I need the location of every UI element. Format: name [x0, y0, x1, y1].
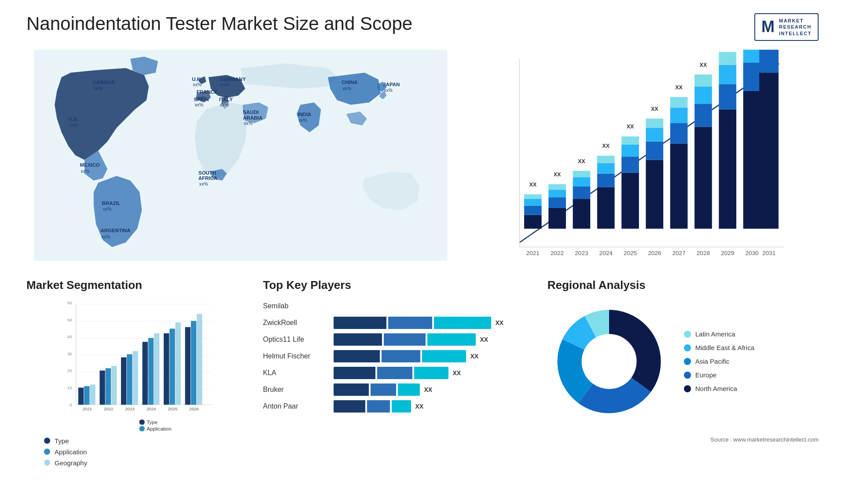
svg-rect-109 [111, 366, 117, 405]
svg-rect-103 [78, 387, 84, 405]
player-optics11: Optics11 Life XX [263, 333, 534, 346]
svg-text:2022: 2022 [104, 406, 114, 411]
legend-north-america: North America [684, 385, 754, 392]
page-container: Nanoindentation Tester Market Size and S… [0, 0, 845, 504]
svg-text:xx%: xx% [298, 118, 307, 123]
svg-rect-25 [524, 194, 541, 199]
logo-text: MARKET RESEARCH INTELLECT [779, 18, 812, 37]
svg-text:XX: XX [578, 158, 585, 164]
svg-text:xx%: xx% [244, 121, 253, 126]
svg-text:XX: XX [553, 172, 561, 178]
segmentation-section: Market Segmentation 0 10 20 30 40 50 60 [26, 278, 250, 504]
growth-chart-container: XX XX XX [468, 50, 819, 261]
regional-section: Regional Analysis [547, 278, 819, 504]
donut-chart-svg [547, 300, 671, 423]
legend-asia-pacific: Asia Pacific [684, 358, 754, 365]
svg-rect-59 [694, 86, 712, 104]
svg-text:50: 50 [67, 317, 72, 322]
svg-rect-65 [719, 52, 736, 65]
player-val-bruker: XX [424, 386, 433, 393]
player-name-semilab: Semilab [263, 302, 329, 310]
legend-dot-europe [684, 372, 691, 379]
bar-2025: XX [621, 124, 639, 228]
svg-text:AFRICA: AFRICA [198, 175, 217, 181]
svg-rect-68 [743, 62, 760, 91]
svg-rect-44 [621, 145, 639, 157]
key-players-section: Top Key Players Semilab ZwickRoell XX Op… [263, 278, 534, 504]
svg-rect-107 [99, 370, 105, 405]
svg-text:xx%: xx% [103, 207, 112, 212]
player-bruker: Bruker XX [263, 383, 534, 396]
bar-2024: XX [597, 143, 614, 229]
legend-application-label: Application [55, 448, 87, 456]
svg-rect-63 [719, 84, 736, 109]
svg-rect-50 [646, 118, 663, 128]
player-name-optics11: Optics11 Life [263, 336, 329, 343]
segmentation-chart: 0 10 20 30 40 50 60 2021 [26, 300, 250, 432]
bar-2028: XX [694, 62, 712, 228]
legend-type-label: Type [55, 437, 69, 445]
svg-rect-105 [90, 384, 95, 405]
svg-rect-32 [573, 199, 590, 229]
player-semilab: Semilab [263, 300, 534, 312]
bar-2021: XX [524, 182, 541, 229]
source-text: Source : www.marketresearchintellect.com [547, 436, 819, 443]
svg-text:2021: 2021 [526, 250, 539, 256]
svg-rect-37 [597, 187, 614, 229]
player-val-zwickroell: XX [496, 319, 504, 326]
svg-rect-112 [127, 354, 132, 405]
bar-2031: XX [759, 50, 779, 229]
legend-geography: Geography [44, 459, 250, 467]
svg-rect-67 [743, 91, 760, 229]
world-map-svg: CANADA xx% U.S. xx% MEXICO xx% BRAZIL xx… [26, 50, 455, 261]
japan-label: JAPAN [383, 82, 400, 87]
svg-rect-22 [524, 215, 541, 229]
svg-text:xx%: xx% [193, 82, 202, 87]
svg-text:0: 0 [70, 402, 72, 407]
svg-text:XX: XX [529, 182, 536, 188]
svg-rect-27 [548, 208, 566, 229]
legend-dot-mea [684, 344, 691, 351]
legend-label-north-america: North America [695, 385, 737, 392]
legend-label-latin-america: Latin America [695, 330, 735, 338]
player-antonpaar: Anton Paar XX [263, 400, 534, 413]
svg-text:xx%: xx% [102, 234, 110, 239]
legend-type: Type [44, 437, 250, 445]
page-title: Nanoindentation Tester Market Size and S… [26, 13, 412, 34]
svg-rect-123 [185, 327, 191, 405]
svg-text:2023: 2023 [125, 406, 135, 411]
player-helmut: Helmut Fischer XX [263, 350, 534, 362]
bar-2022: XX [548, 172, 566, 229]
svg-text:ARABIA: ARABIA [243, 115, 263, 120]
player-kla: KLA XX [263, 367, 534, 379]
spain-label: SPAIN [194, 97, 209, 102]
svg-text:30: 30 [67, 351, 72, 356]
svg-rect-116 [148, 338, 154, 405]
bar-2027: XX [670, 84, 687, 229]
svg-text:xx%: xx% [195, 102, 203, 107]
svg-text:2029: 2029 [721, 250, 734, 256]
player-name-helmut: Helmut Fischer [263, 352, 329, 360]
application-dot [44, 449, 50, 455]
us-label: U.S. [68, 117, 78, 122]
svg-text:2027: 2027 [672, 250, 685, 256]
bar-2029: XX [719, 50, 736, 229]
svg-rect-60 [694, 74, 712, 86]
legend-label-europe: Europe [695, 371, 716, 379]
svg-rect-115 [142, 342, 147, 405]
header: Nanoindentation Tester Market Size and S… [26, 13, 819, 41]
italy-label: ITALY [219, 97, 233, 102]
china-label: CHINA [342, 80, 357, 85]
svg-rect-111 [121, 357, 126, 405]
legend-dot-asia [684, 358, 691, 365]
player-val-optics11: XX [480, 336, 489, 343]
svg-text:2031: 2031 [762, 250, 775, 256]
svg-text:2028: 2028 [696, 250, 709, 256]
player-name-antonpaar: Anton Paar [263, 402, 329, 410]
svg-text:60: 60 [67, 300, 72, 305]
player-name-bruker: Bruker [263, 386, 329, 394]
svg-rect-48 [646, 142, 663, 160]
top-section: CANADA xx% U.S. xx% MEXICO xx% BRAZIL xx… [26, 50, 819, 261]
canada-label: CANADA [93, 80, 115, 85]
donut-chart-container [547, 300, 671, 423]
